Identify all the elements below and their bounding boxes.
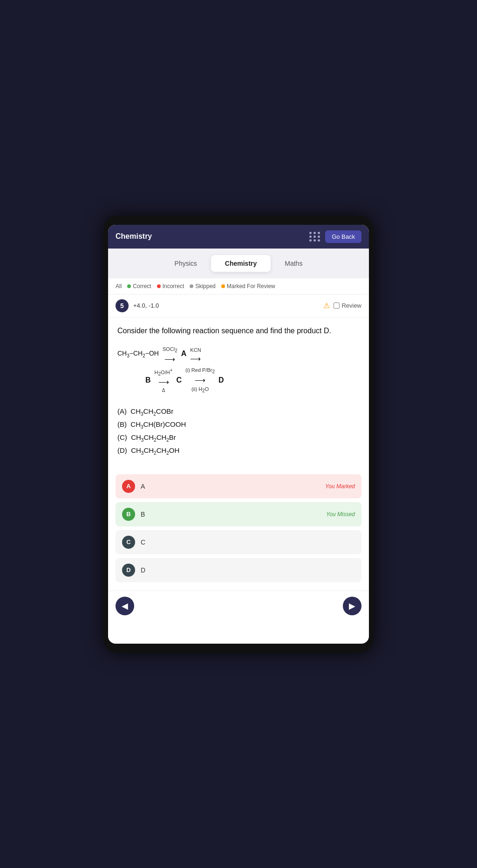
dot-9	[318, 239, 320, 242]
badge-B: B	[122, 508, 135, 521]
answer-tag-A: You Marked	[325, 483, 355, 490]
dot-4	[309, 236, 312, 238]
header-right: Go Back	[309, 230, 361, 243]
dot-8	[313, 239, 316, 242]
dot-2	[313, 232, 316, 234]
go-back-button[interactable]: Go Back	[325, 230, 361, 243]
next-button[interactable]: ▶	[343, 597, 361, 615]
filter-bar: All Correct Incorrect Skipped Marked For…	[108, 278, 369, 295]
app-title: Chemistry	[116, 232, 152, 241]
review-dot	[221, 284, 225, 288]
incorrect-dot	[157, 284, 161, 288]
dot-6	[318, 236, 320, 238]
answer-label-D: D	[141, 566, 355, 574]
app-container: Chemistry Go Back Physics	[108, 225, 369, 644]
reaction-line-1: CH3−CH2−OH SOCl2 ⟶ A KCN ⟶	[117, 344, 360, 363]
answer-option-B[interactable]: B B You Missed	[116, 502, 361, 526]
filter-skipped[interactable]: Skipped	[190, 283, 215, 289]
option-B: (B) CH3CH(Br)COOH	[117, 418, 360, 431]
answer-section: A A You Marked B B You Missed C C	[108, 470, 369, 591]
app-header: Chemistry Go Back	[108, 225, 369, 249]
device-frame: Chemistry Go Back Physics	[103, 215, 374, 653]
answer-option-C[interactable]: C C	[116, 530, 361, 554]
filter-incorrect[interactable]: Incorrect	[157, 283, 184, 289]
arrow-h2o: H2O/H+ ⟶ Δ	[155, 366, 173, 396]
filter-correct[interactable]: Correct	[127, 283, 151, 289]
dot-5	[313, 236, 316, 238]
skipped-dot	[190, 284, 193, 288]
arrow-kcn: KCN ⟶	[190, 345, 201, 363]
question-header: 5 +4.0, -1.0 ⚠ Review	[108, 295, 369, 317]
correct-dot	[127, 284, 131, 288]
review-checkbox[interactable]: Review	[334, 302, 361, 309]
option-C: (C) CH3CH2CH2Br	[117, 431, 360, 444]
reaction-line-2: B H2O/H+ ⟶ Δ C (i) Red P/Br2 ⟶ (ii) H2O …	[117, 365, 360, 396]
badge-A: A	[122, 480, 135, 493]
bottom-nav: ◀ ▶	[108, 591, 369, 621]
option-D: (D) CH3CH2CH2OH	[117, 444, 360, 458]
answer-label-C: C	[141, 538, 355, 546]
review-section: ⚠ Review	[323, 301, 361, 310]
question-content: Consider the following reaction sequence…	[108, 317, 369, 470]
answer-option-A[interactable]: A A You Marked	[116, 474, 361, 498]
prev-button[interactable]: ◀	[116, 597, 134, 615]
dot-3	[318, 232, 320, 234]
filter-all[interactable]: All	[116, 283, 122, 289]
dot-7	[309, 239, 312, 242]
tabs-container: Physics Chemistry Maths	[108, 249, 369, 278]
review-check-input[interactable]	[334, 303, 340, 309]
answer-label-B: B	[141, 511, 320, 518]
answer-option-D[interactable]: D D	[116, 558, 361, 582]
options-list: (A) CH3CH2COBr (B) CH3CH(Br)COOH (C) CH3…	[117, 405, 360, 458]
tab-chemistry[interactable]: Chemistry	[211, 255, 271, 272]
question-number-badge: 5	[116, 299, 129, 312]
badge-D: D	[122, 564, 135, 577]
grid-icon	[309, 232, 320, 242]
arrow-socl2: SOCl2 ⟶	[163, 344, 177, 363]
badge-C: C	[122, 536, 135, 549]
reaction-diagram: CH3−CH2−OH SOCl2 ⟶ A KCN ⟶ B H2O/H+	[117, 344, 360, 396]
answer-label-A: A	[141, 483, 320, 490]
marks-info: +4.0, -1.0	[133, 302, 319, 309]
tab-physics[interactable]: Physics	[161, 255, 211, 272]
answer-tag-B: You Missed	[326, 511, 355, 518]
warning-icon: ⚠	[323, 301, 330, 310]
question-text: Consider the following reaction sequence…	[117, 325, 360, 337]
arrow-redbr2: (i) Red P/Br2 ⟶ (ii) H2O	[185, 365, 215, 396]
tab-maths[interactable]: Maths	[271, 255, 316, 272]
filter-review[interactable]: Marked For Review	[221, 283, 275, 289]
dot-1	[309, 232, 312, 234]
option-A: (A) CH3CH2COBr	[117, 405, 360, 418]
